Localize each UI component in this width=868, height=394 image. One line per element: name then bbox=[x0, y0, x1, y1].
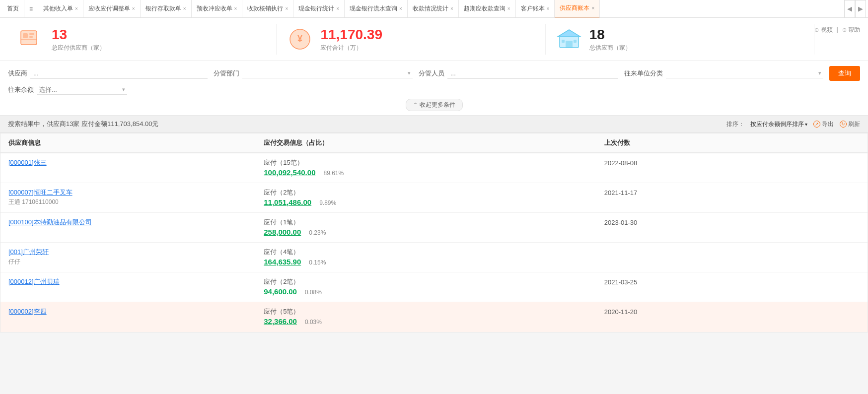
supplier-link[interactable]: [001]广州荣轩 bbox=[8, 248, 49, 256]
balance-filter-select[interactable]: ▾ bbox=[37, 85, 127, 95]
balance-filter-input[interactable] bbox=[39, 86, 122, 93]
filter-row-1: 供应商 分管部门 ▾ 分管人员 往来单位分类 ▾ 查询 bbox=[8, 66, 860, 81]
person-filter-input[interactable] bbox=[447, 68, 618, 79]
result-bar: 搜索结果中，供应商13家 应付金额111,703,854.00元 排序： 按应付… bbox=[0, 116, 868, 133]
supplier-link[interactable]: [000002]李四 bbox=[8, 308, 47, 315]
refresh-button[interactable]: ↻ 刷新 bbox=[840, 120, 860, 129]
trans-note: 应付（1笔） bbox=[264, 218, 604, 227]
chevron-down-icon: ▾ bbox=[805, 122, 807, 127]
export-icon: ↗ bbox=[813, 121, 820, 128]
ap-suppliers-number: 13 bbox=[52, 26, 266, 43]
trans-note: 应付（15笔） bbox=[264, 158, 604, 167]
nav-tab-menu[interactable]: ≡ bbox=[24, 0, 38, 18]
close-icon[interactable]: × bbox=[285, 6, 288, 11]
close-icon[interactable]: × bbox=[132, 6, 135, 11]
summary-card-total-suppliers: 18 总供应商（家） bbox=[546, 24, 814, 55]
sort-label: 排序： bbox=[726, 120, 744, 129]
total-amount-label: 应付合计（万） bbox=[320, 44, 535, 52]
table-row: [000100]本特勤油品有限公司 应付（1笔） 258,000.00 0.23… bbox=[0, 213, 868, 243]
close-icon[interactable]: × bbox=[399, 6, 402, 11]
money-icon: ¥ bbox=[287, 26, 313, 53]
collapse-btn-wrap: ⌃ 收起更多条件 bbox=[8, 99, 860, 111]
cell-supplier-info: [000012]广州贝瑞 bbox=[8, 277, 264, 286]
svg-text:¥: ¥ bbox=[297, 34, 302, 44]
supplier-filter-input[interactable] bbox=[30, 68, 208, 79]
dept-filter-select[interactable]: ▾ bbox=[242, 68, 413, 78]
store-icon bbox=[556, 26, 582, 53]
collapse-button[interactable]: ⌃ 收起更多条件 bbox=[406, 99, 463, 111]
trans-amount[interactable]: 11,051,486.00 bbox=[264, 198, 311, 206]
close-icon[interactable]: × bbox=[547, 6, 550, 11]
cell-transaction-info: 应付（2笔） 94,600.00 0.08% bbox=[264, 277, 604, 296]
nav-arrows: ◀ ▶ bbox=[844, 0, 866, 18]
trans-amount[interactable]: 164,635.90 bbox=[264, 258, 301, 266]
video-link[interactable]: ⊙ 视频 bbox=[814, 26, 832, 34]
trans-amount[interactable]: 94,600.00 bbox=[264, 287, 297, 296]
dept-filter-input[interactable] bbox=[244, 69, 408, 77]
unit-type-filter-input[interactable] bbox=[668, 69, 819, 77]
data-table: 供应商信息 应付交易信息（占比） 上次付数 [000001]张三 应付（15笔）… bbox=[0, 133, 868, 332]
nav-tab-customer-ledger[interactable]: 客户账本 × bbox=[516, 0, 555, 18]
trans-percent: 89.61% bbox=[323, 170, 344, 177]
supplier-link[interactable]: [000100]本特勤油品有限公司 bbox=[8, 218, 92, 226]
nav-tab-receipt-stat[interactable]: 收款情况统计 × bbox=[408, 0, 459, 18]
supplier-filter-label: 供应商 bbox=[8, 69, 27, 78]
trans-amount[interactable]: 100,092,540.00 bbox=[264, 168, 315, 177]
cell-last-payment: 2020-11-20 bbox=[604, 307, 860, 316]
help-link[interactable]: ⊙ 帮助 bbox=[842, 26, 860, 34]
divider: | bbox=[837, 26, 838, 33]
supplier-link[interactable]: [000001]张三 bbox=[8, 159, 47, 166]
trans-note: 应付（2笔） bbox=[264, 277, 604, 286]
svg-rect-10 bbox=[562, 40, 565, 43]
nav-next-arrow[interactable]: ▶ bbox=[855, 0, 866, 18]
export-button[interactable]: ↗ 导出 bbox=[813, 120, 834, 129]
sort-value-button[interactable]: 按应付余额倒序排序 ▾ bbox=[750, 120, 807, 129]
nav-tab-other-income[interactable]: 其他收入单 × bbox=[38, 0, 83, 18]
nav-tab-advance-ar[interactable]: 预收冲应收单 × bbox=[192, 0, 243, 18]
nav-tab-bank-deposit[interactable]: 银行存取款单 × bbox=[141, 0, 192, 18]
nav-tab-ar-ap-adjust[interactable]: 应收应付调整单 × bbox=[83, 0, 141, 18]
supplier-link[interactable]: [000007]恒旺二手叉车 bbox=[8, 189, 72, 196]
nav-tab-receipt-verify[interactable]: 收款核销执行 × bbox=[242, 0, 293, 18]
result-text: 搜索结果中，供应商13家 应付金额111,703,854.00元 bbox=[8, 120, 158, 129]
svg-marker-8 bbox=[558, 30, 580, 37]
cell-supplier-info: [000002]李四 bbox=[8, 307, 264, 316]
dept-filter-item: 分管部门 ▾ bbox=[214, 68, 413, 78]
trans-row: 94,600.00 0.08% bbox=[264, 287, 604, 296]
nav-prev-arrow[interactable]: ◀ bbox=[844, 0, 855, 18]
cell-transaction-info: 应付（2笔） 11,051,486.00 9.89% bbox=[264, 188, 604, 206]
close-icon[interactable]: × bbox=[507, 6, 510, 11]
chevron-down-icon: ▾ bbox=[122, 86, 125, 93]
supplier-link[interactable]: [000012]广州贝瑞 bbox=[8, 278, 60, 285]
cell-transaction-info: 应付（1笔） 258,000.00 0.23% bbox=[264, 218, 604, 236]
cell-last-payment: 2021-11-17 bbox=[604, 188, 860, 197]
nav-tab-overdue-ar[interactable]: 超期应收款查询 × bbox=[459, 0, 516, 18]
unit-type-filter-label: 往来单位分类 bbox=[624, 69, 663, 78]
total-suppliers-label: 总供应商（家） bbox=[589, 44, 804, 52]
query-button[interactable]: 查询 bbox=[829, 66, 860, 81]
close-icon[interactable]: × bbox=[183, 6, 186, 11]
ap-suppliers-label: 总应付供应商（家） bbox=[52, 44, 266, 52]
cell-last-payment: 2023-01-30 bbox=[604, 218, 860, 226]
col-header-last-payment: 上次付数 bbox=[604, 138, 860, 147]
trans-amount[interactable]: 32,366.00 bbox=[264, 317, 297, 326]
table-row: [000012]广州贝瑞 应付（2笔） 94,600.00 0.08% 2021… bbox=[0, 272, 868, 302]
total-suppliers-number: 18 bbox=[589, 26, 804, 43]
close-icon[interactable]: × bbox=[234, 6, 237, 11]
nav-tab-home[interactable]: 首页 bbox=[2, 0, 24, 18]
close-icon[interactable]: × bbox=[336, 6, 339, 11]
close-icon[interactable]: × bbox=[591, 5, 594, 11]
svg-rect-9 bbox=[566, 41, 573, 48]
dept-filter-label: 分管部门 bbox=[214, 69, 239, 78]
unit-type-filter-select[interactable]: ▾ bbox=[666, 68, 824, 78]
cell-last-payment: 2021-03-25 bbox=[604, 277, 860, 286]
cell-supplier-info: [000001]张三 bbox=[8, 158, 264, 167]
nav-tab-cash-bank-stat[interactable]: 现金银行统计 × bbox=[293, 0, 345, 18]
chevron-down-icon: ▾ bbox=[818, 70, 821, 76]
trans-row: 32,366.00 0.03% bbox=[264, 317, 604, 326]
nav-tab-cash-bank-flow[interactable]: 现金银行流水查询 × bbox=[345, 0, 408, 18]
close-icon[interactable]: × bbox=[450, 6, 453, 11]
close-icon[interactable]: × bbox=[75, 6, 78, 11]
nav-tab-supplier-ledger[interactable]: 供应商账本 × bbox=[555, 0, 600, 18]
trans-amount[interactable]: 258,000.00 bbox=[264, 228, 301, 236]
